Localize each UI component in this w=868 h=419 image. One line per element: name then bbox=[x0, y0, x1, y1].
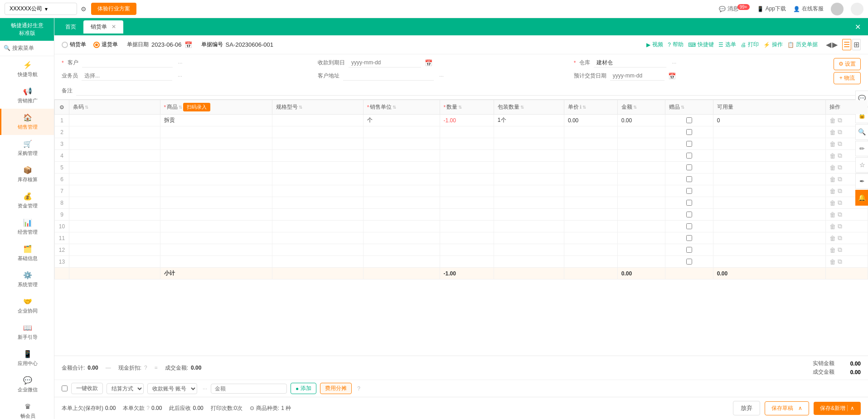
avatar-extra[interactable] bbox=[851, 3, 863, 15]
tab-sales-order[interactable]: 销货单 ✕ bbox=[83, 20, 123, 34]
cell-spec[interactable] bbox=[272, 162, 364, 173]
tab-home[interactable]: 首页 bbox=[58, 20, 83, 34]
sidebar-item-sales[interactable]: 🏠 销售管理 bbox=[0, 109, 54, 135]
copy-row-icon[interactable]: ⧉ bbox=[838, 222, 842, 230]
avatar[interactable] bbox=[831, 3, 844, 15]
account-dots-btn[interactable]: ··· bbox=[203, 385, 207, 392]
sidebar-item-finance[interactable]: 💰 资金管理 bbox=[0, 188, 54, 214]
sort-unit-price[interactable]: ⇅ bbox=[582, 105, 586, 110]
cell-barcode[interactable] bbox=[69, 115, 160, 126]
expense-btn[interactable]: 费用分摊 bbox=[320, 383, 352, 394]
delete-row-icon[interactable]: 🗑 bbox=[829, 235, 836, 242]
cell-spec[interactable] bbox=[272, 126, 364, 138]
cell-barcode[interactable] bbox=[69, 232, 160, 244]
sidebar-item-vip[interactable]: ♛ 畅会员 bbox=[0, 398, 54, 419]
trial-button[interactable]: 体验行业方案 bbox=[91, 3, 136, 15]
delete-row-icon[interactable]: 🗑 bbox=[829, 199, 836, 207]
delete-row-icon[interactable]: 🗑 bbox=[829, 140, 836, 148]
discard-btn[interactable]: 放弃 bbox=[733, 401, 760, 415]
delete-row-icon[interactable]: 🗑 bbox=[829, 223, 836, 230]
cell-spec[interactable] bbox=[272, 209, 364, 221]
grid-view-btn[interactable]: ⊞ bbox=[852, 39, 861, 50]
remark-input[interactable] bbox=[76, 86, 861, 96]
cell-spec[interactable] bbox=[272, 197, 364, 209]
close-all-tabs-btn[interactable]: ✕ bbox=[851, 23, 864, 31]
company-selector[interactable]: XXXXXX公司 ▾ bbox=[5, 3, 77, 15]
sidebar-item-newbie[interactable]: 📖 新手引导 bbox=[0, 319, 54, 345]
discount-help[interactable]: ? bbox=[144, 365, 147, 371]
delete-row-icon[interactable]: 🗑 bbox=[829, 164, 836, 171]
cell-barcode[interactable] bbox=[69, 197, 160, 209]
save-draft-arrow[interactable]: ∧ bbox=[795, 405, 802, 411]
cell-spec[interactable] bbox=[272, 244, 364, 256]
cell-barcode[interactable] bbox=[69, 138, 160, 150]
float-edit-btn[interactable]: ✏ bbox=[855, 141, 868, 156]
copy-row-icon[interactable]: ⧉ bbox=[838, 211, 842, 218]
copy-row-icon[interactable]: ⧉ bbox=[838, 116, 842, 124]
float-star-btn[interactable]: ☆ bbox=[855, 157, 868, 173]
sidebar-item-appstore[interactable]: 📱 应用中心 bbox=[0, 345, 54, 371]
delete-row-icon[interactable]: 🗑 bbox=[829, 188, 836, 195]
sidebar-item-basic[interactable]: 🗂️ 基础信息 bbox=[0, 240, 54, 266]
save-new-arrow[interactable]: ∧ bbox=[847, 405, 854, 411]
sort-gift[interactable]: ⇅ bbox=[681, 105, 684, 110]
cell-barcode[interactable] bbox=[69, 150, 160, 162]
copy-row-icon[interactable]: ⧉ bbox=[838, 258, 842, 265]
cell-barcode[interactable] bbox=[69, 126, 160, 138]
th-settings[interactable]: ⚙ bbox=[55, 100, 69, 115]
copy-row-icon[interactable]: ⧉ bbox=[838, 175, 842, 183]
cell-barcode[interactable] bbox=[69, 244, 160, 256]
delete-row-icon[interactable]: 🗑 bbox=[829, 117, 836, 124]
copy-row-icon[interactable]: ⧉ bbox=[838, 199, 842, 207]
tab-close-icon[interactable]: ✕ bbox=[112, 24, 116, 30]
sidebar-item-marketing[interactable]: 📢 营销推广 bbox=[0, 82, 54, 109]
copy-row-icon[interactable]: ⧉ bbox=[838, 234, 842, 242]
delete-row-icon[interactable]: 🗑 bbox=[829, 129, 836, 136]
delete-row-icon[interactable]: 🗑 bbox=[829, 176, 836, 183]
due-date-calendar-icon[interactable]: 📅 bbox=[425, 59, 432, 67]
expected-date-calendar-icon[interactable]: 📅 bbox=[668, 72, 676, 80]
save-new-btn[interactable]: 保存&新增 ∧ bbox=[814, 402, 861, 415]
save-draft-btn[interactable]: 保存草稿 ∧ bbox=[765, 401, 809, 415]
radio-return-order[interactable]: 退货单 bbox=[93, 41, 118, 48]
message-btn[interactable]: 💬 消息 99+ bbox=[719, 5, 750, 13]
sidebar-item-inventory[interactable]: 📦 库存核算 bbox=[0, 161, 54, 188]
float-action-btn[interactable]: 🔔 bbox=[855, 190, 868, 206]
radio-sales-order[interactable]: 销货单 bbox=[62, 41, 86, 48]
one-click-checkbox[interactable] bbox=[62, 385, 68, 391]
logistics-btn[interactable]: + 物流 bbox=[834, 72, 861, 84]
cell-spec[interactable] bbox=[272, 185, 364, 197]
sidebar-item-quick-nav[interactable]: ⚡ 快捷导航 bbox=[0, 56, 54, 82]
cell-spec[interactable] bbox=[272, 221, 364, 232]
payment-method-select[interactable]: 结算方式 bbox=[107, 383, 144, 394]
print-btn[interactable]: 🖨 打印 bbox=[741, 41, 759, 48]
cell-barcode[interactable] bbox=[69, 221, 160, 232]
one-click-btn[interactable]: 一键收款 bbox=[71, 383, 103, 394]
cell-barcode[interactable] bbox=[69, 256, 160, 268]
next-doc-btn[interactable]: ▶ bbox=[832, 40, 838, 49]
delete-row-icon[interactable]: 🗑 bbox=[829, 246, 836, 254]
expected-date-input[interactable] bbox=[610, 71, 664, 81]
history-btn[interactable]: 📋 历史单据 bbox=[787, 41, 818, 48]
copy-row-icon[interactable]: ⧉ bbox=[838, 164, 842, 171]
product-type-radio[interactable]: ⊙ bbox=[250, 405, 254, 411]
customer-input[interactable] bbox=[82, 58, 173, 67]
online-service-btn[interactable]: 👤 在线客服 bbox=[793, 5, 824, 13]
payment-amount-input[interactable] bbox=[211, 384, 287, 394]
setup-btn[interactable]: ⚙ 设置 bbox=[834, 58, 861, 70]
delete-row-icon[interactable]: 🗑 bbox=[829, 152, 836, 159]
cell-spec[interactable] bbox=[272, 256, 364, 268]
operate-btn[interactable]: ⚡ 操作 bbox=[763, 41, 783, 48]
video-btn[interactable]: ▶ 视频 bbox=[646, 41, 663, 48]
cell-spec[interactable] bbox=[272, 138, 364, 150]
sidebar-item-system[interactable]: ⚙️ 系统管理 bbox=[0, 266, 54, 293]
warehouse-input[interactable] bbox=[594, 58, 666, 67]
calendar-icon[interactable]: 📅 bbox=[184, 41, 192, 48]
list-view-btn[interactable]: ☰ bbox=[842, 39, 851, 50]
cell-barcode[interactable] bbox=[69, 185, 160, 197]
scan-btn[interactable]: 扫码录入 bbox=[183, 103, 210, 111]
copy-row-icon[interactable]: ⧉ bbox=[838, 246, 842, 254]
cell-spec[interactable] bbox=[272, 115, 364, 126]
select-btn[interactable]: ☰ 选单 bbox=[718, 41, 736, 48]
customer-addr-input[interactable] bbox=[343, 71, 434, 81]
